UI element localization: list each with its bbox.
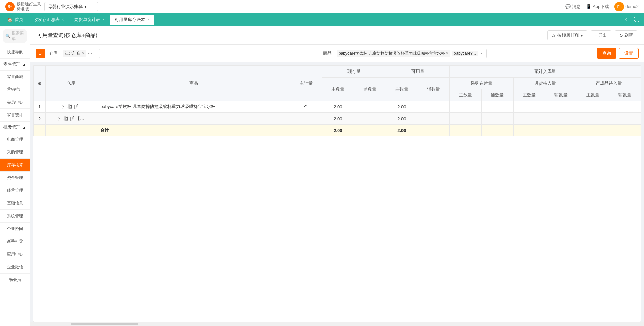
row2-prod-aux	[609, 113, 641, 125]
sidebar-item-retail-mgmt[interactable]: 零售管理 ▲	[0, 59, 30, 71]
filter-bar: » 仓库 江北门店 × ··· 商品 babycare学饮杯 儿童防摔防撞吸管杯…	[30, 45, 644, 62]
avatar: Ea	[614, 2, 624, 11]
row1-purchase-aux	[481, 101, 513, 113]
sidebar-item-finance[interactable]: 资金管理	[0, 172, 30, 184]
col-product-header: 商品	[97, 66, 290, 101]
product-tag-1: babycare学饮杯 儿童防摔防撞吸管杯重力球吸嘴杯宝宝水杯 ×	[337, 50, 450, 57]
col-stock-aux-header: 辅数量	[354, 78, 386, 101]
row1-prod-main	[577, 101, 609, 113]
sidebar-item-marketing[interactable]: 营销推广	[0, 83, 30, 96]
message-icon: 💬	[565, 4, 571, 9]
row2-purchase-aux	[481, 113, 513, 125]
company-selector[interactable]: 母婴行业演示账套 ▾	[44, 2, 98, 11]
tab-inout[interactable]: 收发存汇总表 ×	[29, 15, 69, 25]
product-tag-2: babycare?...	[452, 51, 478, 56]
warehouse-label: 仓库	[49, 50, 58, 56]
print-btn[interactable]: 🖨 按模板打印 ▾	[547, 30, 587, 40]
row1-product: babycare学饮杯 儿童防摔防撞吸管杯重力球吸嘴杯宝宝水杯	[97, 101, 290, 113]
warehouse-input[interactable]: 江北门店 × ···	[60, 49, 100, 58]
sidebar-item-system[interactable]: 系统管理	[0, 210, 30, 223]
table-container: ⚙ 仓库 商品 主计量 现存量 可用量 预计入库量 主数量 辅数量 主数量 辅数…	[33, 65, 641, 322]
table-row: 2 江北门店【... 2.00 2.00	[34, 113, 641, 125]
filter-toggle-btn[interactable]: »	[36, 49, 45, 58]
query-button[interactable]: 查询	[597, 48, 616, 59]
sidebar-item-vip[interactable]: 畅会员	[0, 274, 30, 286]
tab-available[interactable]: 可用量库存账本 ×	[110, 15, 154, 25]
download-action[interactable]: 📱 App下载	[586, 4, 609, 10]
page-header: 可用量查询(按仓库+商品) 🖨 按模板打印 ▾ ↑ 导出 ↻ 刷新	[30, 26, 644, 45]
tab-close-available[interactable]: ×	[147, 17, 150, 22]
row1-unit: 个	[290, 101, 322, 113]
row2-purchase-main	[449, 113, 481, 125]
page-actions: 🖨 按模板打印 ▾ ↑ 导出 ↻ 刷新	[547, 30, 638, 40]
sidebar-item-basic-info[interactable]: 基础信息	[0, 197, 30, 210]
logo-icon: 好	[5, 2, 15, 11]
row2-avail-aux	[418, 113, 449, 125]
header-left: 好 畅捷通好生意 标准版 母婴行业演示账套 ▾	[5, 2, 98, 11]
message-action[interactable]: 💬 消息	[565, 4, 581, 10]
sidebar-item-app-center[interactable]: 应用中心	[0, 248, 30, 261]
product-input[interactable]: babycare学饮杯 儿童防摔防撞吸管杯重力球吸嘴杯宝宝水杯 × babyca…	[334, 49, 487, 58]
tab-order[interactable]: 要货单统计表 ×	[69, 15, 109, 25]
chevron-icon: ▲	[22, 62, 26, 67]
row1-incoming-main	[513, 101, 545, 113]
sidebar-item-enterprise-wechat[interactable]: 企业微信	[0, 261, 30, 274]
sidebar-item-inventory[interactable]: 库存核算	[0, 159, 30, 172]
product-tag1-close[interactable]: ×	[446, 51, 448, 56]
row1-stock-aux	[354, 101, 386, 113]
sidebar-item-retail-stats[interactable]: 零售统计	[0, 109, 30, 122]
sidebar-item-operations[interactable]: 经营管理	[0, 184, 30, 197]
horizontal-scrollbar[interactable]	[30, 322, 644, 326]
product-filter-group: 商品 babycare学饮杯 儿童防摔防撞吸管杯重力球吸嘴杯宝宝水杯 × bab…	[323, 49, 593, 58]
chevron-down-icon: ▾	[84, 4, 87, 9]
close-all-tabs-btn[interactable]: ×	[622, 16, 629, 24]
tab-close-order[interactable]: ×	[102, 17, 105, 22]
summary-stock-main: 2.00	[322, 125, 354, 136]
warehouse-more-icon[interactable]: ···	[88, 50, 92, 56]
main-layout: 🔍 搜索菜单 快捷导航 零售管理 ▲ 零售商城 营销推广 会员中心 零售统计 批…	[0, 26, 644, 326]
col-current-stock-header: 现存量	[322, 66, 386, 78]
row2-unit	[290, 113, 322, 125]
sidebar-item-wholesale-mgmt[interactable]: 批发管理 ▲	[0, 122, 30, 133]
col-stock-main-header: 主数量	[322, 78, 354, 101]
logo-text: 畅捷通好生意 标准版	[17, 2, 41, 11]
table-row: 1 江北门店 babycare学饮杯 儿童防摔防撞吸管杯重力球吸嘴杯宝宝水杯 个…	[34, 101, 641, 113]
row2-avail-main: 2.00	[386, 113, 418, 125]
row1-avail-aux	[418, 101, 449, 113]
user-profile[interactable]: Ea demo2	[614, 2, 639, 11]
row1-seq: 1	[34, 101, 46, 113]
col-settings-header[interactable]: ⚙	[34, 66, 46, 101]
sidebar-item-member[interactable]: 会员中心	[0, 96, 30, 109]
maximize-btn[interactable]: ⛶	[632, 16, 641, 24]
tab-home[interactable]: 🏠 首页	[3, 15, 28, 25]
col-incoming-header: 进货待入量	[513, 78, 577, 89]
sidebar-item-newbie[interactable]: 新手引导	[0, 235, 30, 248]
col-purchase-main-header: 主数量	[449, 89, 481, 101]
row2-prod-main	[577, 113, 609, 125]
sidebar-item-nav[interactable]: 快捷导航	[0, 46, 30, 59]
settings-button[interactable]: 设置	[619, 48, 639, 59]
content-area: 可用量查询(按仓库+商品) 🖨 按模板打印 ▾ ↑ 导出 ↻ 刷新	[30, 26, 644, 326]
sidebar-item-purchase[interactable]: 采购管理	[0, 146, 30, 159]
search-icon: 🔍	[5, 34, 10, 38]
product-more-icon[interactable]: ···	[479, 50, 484, 56]
refresh-btn[interactable]: ↻ 刷新	[615, 30, 637, 40]
row1-incoming-aux	[545, 101, 577, 113]
logo-area: 好 畅捷通好生意 标准版	[5, 2, 41, 11]
sidebar-item-ecommerce[interactable]: 电商管理	[0, 133, 30, 146]
sidebar-search-inner[interactable]: 🔍 搜索菜单	[3, 29, 27, 43]
export-btn[interactable]: ↑ 导出	[591, 30, 612, 40]
refresh-icon: ↻	[619, 33, 623, 38]
row1-avail-main: 2.00	[386, 101, 418, 113]
warehouse-tag-close[interactable]: ×	[82, 51, 84, 56]
col-prod-aux-header: 辅数量	[609, 89, 641, 101]
chevron-icon-2: ▲	[22, 125, 26, 130]
sidebar-item-enterprise[interactable]: 企业协同	[0, 223, 30, 235]
scroll-thumb[interactable]	[71, 323, 138, 325]
tab-close-inout[interactable]: ×	[62, 17, 64, 22]
sidebar-item-retail-mall[interactable]: 零售商城	[0, 71, 30, 83]
filter-actions: 查询 设置	[597, 48, 639, 59]
sidebar-search-area: 🔍 搜索菜单	[0, 26, 30, 46]
row1-warehouse: 江北门店	[46, 101, 97, 113]
col-incoming-aux-header: 辅数量	[545, 89, 577, 101]
